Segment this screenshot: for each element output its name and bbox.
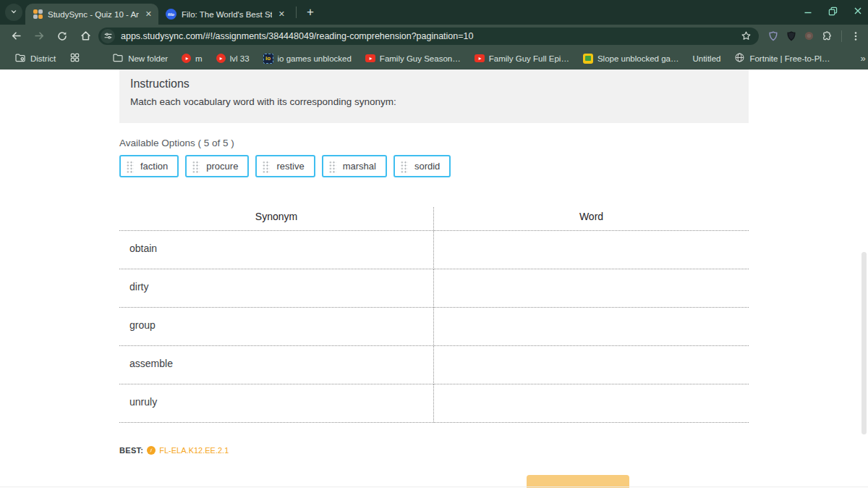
bookmark-family-guy-full[interactable]: Family Guy Full Epi… bbox=[475, 54, 569, 63]
disabled-extension-icon[interactable] bbox=[804, 30, 814, 41]
bookmark-label: Family Guy Full Epi… bbox=[489, 54, 569, 63]
io-games-icon: io bbox=[263, 54, 273, 64]
option-chip-marshal[interactable]: marshal bbox=[322, 155, 387, 177]
tab-title: Filo: The World's Best Study He bbox=[182, 10, 272, 19]
globe-icon bbox=[734, 52, 745, 64]
managed-bookmarks-icon bbox=[14, 52, 26, 65]
tab-separator bbox=[296, 7, 297, 18]
back-icon[interactable] bbox=[6, 27, 26, 46]
instructions-body: Match each vocabulary word with its corr… bbox=[130, 96, 738, 107]
shield-dark-extension-icon[interactable] bbox=[786, 30, 797, 42]
bookmark-io-games[interactable]: io io games unblocked bbox=[263, 54, 352, 64]
synonym-cell: assemble bbox=[119, 346, 434, 384]
available-options-label: Available Options ( 5 of 5 ) bbox=[119, 138, 749, 148]
word-drop-cell[interactable] bbox=[434, 269, 749, 308]
bookmark-m[interactable]: m bbox=[182, 54, 203, 63]
tab-close-icon[interactable]: ✕ bbox=[277, 9, 286, 19]
close-window-button[interactable] bbox=[854, 7, 862, 15]
drag-handle-icon[interactable] bbox=[192, 160, 200, 173]
bookmark-label: m bbox=[195, 54, 203, 63]
chevron-down-icon bbox=[9, 7, 18, 18]
best-label: BEST: bbox=[119, 446, 143, 455]
chip-label: sordid bbox=[414, 161, 440, 172]
filo-favicon: filo bbox=[166, 9, 176, 20]
minimize-button[interactable] bbox=[804, 7, 812, 15]
page-scrollbar-thumb[interactable] bbox=[861, 252, 867, 434]
youtube-icon bbox=[475, 54, 485, 62]
word-drop-cell[interactable] bbox=[434, 308, 749, 346]
bookmark-slope[interactable]: Slope unblocked ga… bbox=[583, 54, 679, 64]
bookmark-star-icon[interactable] bbox=[741, 30, 752, 41]
address-bar[interactable]: apps.studysync.com/#!/assignments/384448… bbox=[98, 28, 759, 45]
restore-button[interactable] bbox=[828, 7, 838, 16]
drag-handle-icon[interactable] bbox=[262, 160, 270, 173]
bookmark-label: New folder bbox=[128, 54, 168, 63]
option-chip-procure[interactable]: procure bbox=[185, 155, 249, 177]
bookmark-family-guy-season[interactable]: Family Guy Season… bbox=[365, 54, 461, 63]
chip-label: faction bbox=[140, 161, 168, 172]
bookmark-label: Family Guy Season… bbox=[380, 54, 461, 63]
chip-label: restive bbox=[276, 161, 304, 172]
bookmark-lvl33[interactable]: lvl 33 bbox=[216, 54, 250, 63]
browser-window: StudySync - Quiz 10 - Animal F ✕ filo Fi… bbox=[0, 0, 868, 70]
drag-handle-icon[interactable] bbox=[126, 160, 134, 173]
folder-icon bbox=[112, 52, 124, 65]
extensions-puzzle-icon[interactable] bbox=[821, 30, 833, 42]
bookmarks-bar: District New folder m lvl 33 bbox=[0, 47, 868, 70]
synonym-cell: dirty bbox=[119, 269, 434, 308]
youtube-icon bbox=[182, 54, 191, 63]
window-controls bbox=[804, 0, 862, 22]
slope-icon bbox=[583, 54, 593, 64]
tab-close-icon[interactable]: ✕ bbox=[144, 9, 153, 19]
word-drop-cell[interactable] bbox=[434, 346, 749, 384]
tab-strip: StudySync - Quiz 10 - Animal F ✕ filo Fi… bbox=[0, 0, 868, 25]
option-chip-faction[interactable]: faction bbox=[119, 155, 179, 177]
bookmark-district[interactable]: District bbox=[14, 52, 56, 65]
bookmark-label: Untitled bbox=[692, 54, 720, 63]
option-chip-restive[interactable]: restive bbox=[255, 155, 315, 177]
standard-code-link[interactable]: FL-ELA.K12.EE.2.1 bbox=[159, 446, 229, 455]
bookmarks-overflow-button[interactable]: » bbox=[857, 53, 868, 64]
extension-icons bbox=[762, 30, 862, 42]
url-text[interactable]: apps.studysync.com/#!/assignments/384448… bbox=[121, 31, 735, 41]
bookmark-fortnite[interactable]: Fortnite | Free-to-Pl… bbox=[734, 52, 830, 64]
word-drop-cell[interactable] bbox=[434, 231, 749, 269]
chip-label: procure bbox=[206, 161, 238, 172]
reload-icon[interactable] bbox=[52, 27, 72, 46]
shield-extension-icon[interactable] bbox=[767, 30, 779, 42]
bookmark-apps-grid[interactable] bbox=[69, 52, 85, 64]
bookmark-label: lvl 33 bbox=[230, 54, 250, 63]
tab-search-button[interactable] bbox=[5, 4, 22, 21]
bookmark-label: Fortnite | Free-to-Pl… bbox=[749, 54, 830, 63]
tab-studysync[interactable]: StudySync - Quiz 10 - Animal F ✕ bbox=[25, 4, 158, 25]
drag-handle-icon[interactable] bbox=[400, 160, 408, 173]
bookmark-label: District bbox=[30, 54, 56, 63]
toolbar-separator bbox=[841, 30, 842, 42]
instructions-title: Instructions bbox=[130, 77, 738, 91]
synonym-cell: unruly bbox=[119, 384, 434, 423]
kebab-menu-icon[interactable] bbox=[851, 30, 861, 42]
studysync-favicon bbox=[33, 9, 43, 20]
instructions-panel: Instructions Match each vocabulary word … bbox=[119, 70, 749, 123]
apps-grid-icon bbox=[69, 52, 80, 64]
bookmark-untitled[interactable]: Untitled bbox=[692, 54, 720, 63]
standard-badge-icon bbox=[147, 446, 156, 455]
bottom-divider bbox=[0, 487, 868, 487]
option-chip-sordid[interactable]: sordid bbox=[393, 155, 451, 177]
site-settings-icon[interactable] bbox=[101, 29, 115, 43]
word-drop-cell[interactable] bbox=[434, 384, 749, 423]
page-content: Instructions Match each vocabulary word … bbox=[0, 70, 868, 488]
forward-icon[interactable] bbox=[29, 27, 49, 46]
column-header-synonym: Synonym bbox=[119, 207, 434, 231]
bookmark-label: Slope unblocked ga… bbox=[597, 54, 679, 63]
tab-filo[interactable]: filo Filo: The World's Best Study He ✕ bbox=[158, 4, 292, 25]
chip-label: marshal bbox=[343, 161, 376, 172]
tab-title: StudySync - Quiz 10 - Animal F bbox=[48, 10, 139, 19]
home-icon[interactable] bbox=[75, 27, 95, 46]
synonym-cell: obtain bbox=[119, 231, 434, 269]
bookmark-new-folder[interactable]: New folder bbox=[112, 52, 168, 65]
youtube-icon bbox=[216, 54, 226, 63]
new-tab-button[interactable]: + bbox=[301, 5, 320, 20]
browser-toolbar: apps.studysync.com/#!/assignments/384448… bbox=[0, 25, 868, 47]
drag-handle-icon[interactable] bbox=[328, 160, 336, 173]
